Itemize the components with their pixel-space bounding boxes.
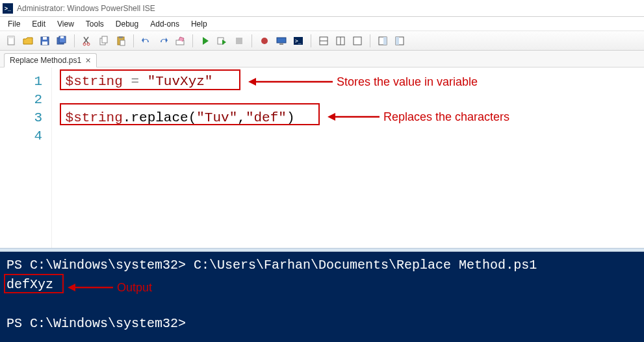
redo-icon[interactable]: [156, 34, 170, 48]
file-tabbar: Replace Method.ps1 ✕: [0, 51, 644, 67]
svg-rect-19: [277, 38, 286, 43]
show-command-icon[interactable]: [376, 34, 390, 48]
svg-rect-14: [120, 40, 125, 45]
menu-edit[interactable]: Edit: [27, 18, 51, 30]
console-line-1: PS C:\Windows\system32> C:\Users\Farhan\…: [6, 256, 638, 275]
menu-tools[interactable]: Tools: [81, 18, 109, 30]
clear-icon[interactable]: [173, 34, 187, 48]
menu-help[interactable]: Help: [186, 18, 213, 30]
svg-rect-1: [8, 36, 14, 38]
svg-rect-20: [279, 43, 283, 45]
remote-icon[interactable]: [274, 34, 289, 48]
annotation-text-2: Replaces the characters: [383, 108, 509, 126]
svg-rect-11: [102, 36, 107, 43]
powershell-app-icon: >_: [3, 3, 13, 14]
line-number: 3: [0, 109, 42, 127]
code-line-4: [57, 127, 644, 145]
line-number: 2: [0, 91, 42, 109]
menu-debug[interactable]: Debug: [110, 18, 144, 30]
line-gutter: 1 2 3 4: [0, 67, 52, 248]
annotation-text-1: Stores the value in variable: [337, 73, 478, 91]
svg-rect-29: [383, 37, 387, 45]
close-tab-icon[interactable]: ✕: [85, 56, 91, 65]
toolbar-separator: [311, 34, 311, 47]
line-number: 1: [0, 73, 42, 91]
menu-file[interactable]: File: [3, 18, 25, 30]
svg-rect-17: [236, 38, 242, 44]
paste-icon[interactable]: [114, 34, 128, 48]
run-icon[interactable]: [198, 34, 213, 48]
line-number: 4: [0, 127, 42, 145]
undo-icon[interactable]: [139, 34, 153, 48]
toolbar-separator: [192, 34, 193, 47]
svg-rect-31: [396, 37, 399, 45]
script-editor[interactable]: 1 2 3 4 $string = "TuvXyz" $string.repla…: [0, 67, 644, 248]
file-tab-label: Replace Method.ps1: [10, 56, 81, 65]
annotation-arrow-output: Output: [68, 278, 152, 297]
show-addon-icon[interactable]: [393, 34, 407, 48]
menubar: File Edit View Tools Debug Add-ons Help: [0, 17, 644, 31]
annotation-arrow-1: Stores the value in variable: [248, 73, 478, 91]
svg-rect-13: [119, 36, 123, 38]
code-area[interactable]: $string = "TuvXyz" $string.replace("Tuv"…: [52, 67, 644, 248]
console-line-blank: [6, 295, 638, 314]
window-title: Administrator: Windows PowerShell ISE: [17, 4, 155, 13]
copy-icon[interactable]: [97, 34, 111, 48]
pane-layout-2-icon[interactable]: [333, 34, 348, 48]
file-tab[interactable]: Replace Method.ps1 ✕: [4, 53, 97, 67]
svg-rect-27: [354, 37, 361, 45]
console-pane[interactable]: PS C:\Windows\system32> C:\Users\Farhan\…: [0, 252, 644, 342]
titlebar: >_ Administrator: Windows PowerShell ISE: [0, 0, 644, 17]
powershell-icon[interactable]: >_: [291, 34, 305, 48]
svg-rect-3: [43, 37, 47, 40]
code-line-2: [57, 91, 644, 109]
new-file-icon[interactable]: [4, 34, 18, 48]
svg-rect-4: [42, 42, 47, 45]
toolbar-separator: [133, 34, 134, 47]
save-all-icon[interactable]: [55, 34, 69, 48]
svg-text:>_: >_: [295, 38, 302, 44]
cut-icon[interactable]: [80, 34, 94, 48]
pane-layout-1-icon[interactable]: [316, 34, 331, 48]
run-selection-icon[interactable]: [215, 34, 229, 48]
svg-rect-7: [60, 36, 64, 38]
stop-icon[interactable]: [232, 34, 246, 48]
breakpoint-icon[interactable]: [257, 34, 272, 48]
toolbar: >_: [0, 31, 644, 51]
open-file-icon[interactable]: [21, 34, 35, 48]
save-icon[interactable]: [38, 34, 52, 48]
menu-addons[interactable]: Add-ons: [145, 18, 185, 30]
console-line-3: PS C:\Windows\system32>: [6, 314, 638, 334]
annotation-arrow-2: Replaces the characters: [328, 108, 509, 126]
toolbar-separator: [251, 34, 252, 47]
toolbar-separator: [74, 34, 75, 47]
toolbar-separator: [370, 34, 370, 47]
annotation-text-output: Output: [117, 278, 152, 297]
menu-view[interactable]: View: [52, 18, 79, 30]
pane-layout-3-icon[interactable]: [350, 34, 365, 48]
svg-point-18: [261, 38, 268, 44]
